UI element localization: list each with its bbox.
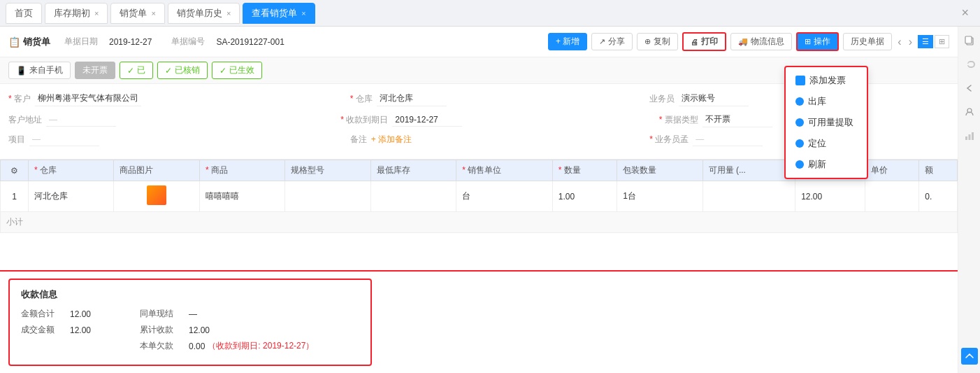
add-invoice-icon	[795, 76, 805, 85]
dropdown-available-qty[interactable]: 可用量提取	[786, 112, 867, 133]
staff-label: 业务员	[649, 93, 675, 105]
effective-button[interactable]: ✓ 已生效	[212, 62, 262, 79]
payment-row-owed: 占位 0 本单欠款 0.00 （收款到期日: 2019-12-27）	[21, 340, 359, 352]
col-pack-qty: 包装数量	[617, 160, 702, 181]
subtotal-row: 小计	[1, 212, 958, 233]
project-field: 项目 —	[8, 133, 308, 146]
cell-stock: 12.00	[795, 181, 865, 212]
cell-warehouse: 河北仓库	[29, 181, 114, 212]
svg-rect-1	[965, 36, 972, 43]
warehouse-value: 河北仓库	[377, 91, 447, 106]
payment-date-value: 2019-12-27	[392, 113, 462, 127]
dropdown-out-warehouse[interactable]: 出库	[786, 91, 867, 112]
phone-icon: 📱	[16, 66, 27, 76]
from-phone-button[interactable]: 📱 来自手机	[8, 62, 71, 79]
tab-sales-history-close[interactable]: ×	[226, 9, 231, 17]
svg-rect-4	[968, 134, 970, 140]
new-button[interactable]: + 新增	[548, 33, 587, 50]
tab-home[interactable]: 首页	[6, 3, 42, 24]
sidebar-icon-expand[interactable]	[961, 348, 978, 365]
number-value: SA-20191227-001	[216, 37, 284, 47]
sidebar-icon-copy[interactable]	[961, 32, 978, 49]
locate-icon	[795, 139, 804, 148]
table-row[interactable]: 1 河北仓库 嘻嘻嘻嘻 台 1.00 1台 12.00	[1, 181, 958, 212]
tab-view-sales-close[interactable]: ×	[301, 9, 305, 17]
transaction-label: 成交金额	[21, 324, 70, 336]
check-mark: ✓	[127, 66, 134, 76]
total-label: 金额合计	[21, 308, 70, 320]
history-button[interactable]: 历史单据	[843, 33, 892, 50]
cell-quantity: 1.00	[552, 181, 617, 212]
copy-button[interactable]: ⊕ 复制	[637, 33, 678, 50]
tab-sales-history[interactable]: 销货单历史 ×	[168, 3, 240, 24]
col-quantity: * 数量	[552, 160, 617, 181]
operation-button[interactable]: ⊞ 操作	[796, 32, 839, 51]
not-open-button[interactable]: 未开票	[75, 62, 115, 79]
col-product-image: 商品图片	[114, 160, 199, 181]
tab-inventory-init[interactable]: 库存期初 ×	[45, 3, 108, 24]
sidebar-icon-chart[interactable]	[961, 127, 978, 144]
col-available: 可用量 (...	[702, 160, 795, 181]
dropdown-add-invoice[interactable]: 添加发票	[786, 70, 867, 91]
sales-order-icon: 📋	[8, 36, 20, 48]
same-order-value: —	[189, 309, 197, 319]
tab-inventory-init-close[interactable]: ×	[94, 9, 99, 17]
cell-amount: 0.	[919, 181, 958, 212]
cancel-button[interactable]: ✓ 已核销	[157, 62, 208, 79]
payment-date-label: * 收款到期日	[340, 114, 388, 126]
dropdown-locate[interactable]: 定位	[786, 133, 867, 154]
check-icon-button[interactable]: ✓ 已	[120, 62, 153, 79]
payment-info-panel: 收款信息 金额合计 12.00 同单现结 — 成交金额 12.00 累计收款 1…	[8, 279, 372, 366]
effective-icon: ✓	[219, 66, 226, 76]
tab-sales-order[interactable]: 销货单 ×	[110, 3, 164, 24]
address-value: —	[46, 113, 116, 127]
document-title: 📋 销货单	[8, 36, 50, 48]
cell-min-stock	[370, 181, 456, 212]
cell-row-num: 1	[1, 181, 29, 212]
tab-bar: 首页 库存期初 × 销货单 × 销货单历史 × 查看销货单 × ×	[0, 0, 980, 27]
owed-note: （收款到期日: 2019-12-27）	[208, 340, 314, 352]
svg-rect-3	[965, 136, 967, 140]
tab-view-sales[interactable]: 查看销货单 ×	[243, 3, 315, 24]
staff2-value: —	[693, 133, 763, 146]
warehouse-field: * 仓库 河北仓库	[350, 91, 650, 106]
logistics-icon: 🚚	[738, 37, 748, 46]
share-button[interactable]: ↗ 分享	[591, 33, 633, 50]
staff-value: 演示账号	[679, 91, 749, 106]
refresh-icon	[795, 160, 804, 169]
right-sidebar	[958, 27, 980, 373]
payment-row-total: 金额合计 12.00 同单现结 —	[21, 308, 359, 320]
product-thumbnail	[147, 185, 166, 205]
date-value: 2019-12-27	[109, 37, 152, 47]
col-warehouse: * 仓库	[29, 160, 114, 181]
col-settings[interactable]: ⚙	[1, 160, 29, 181]
add-note-button[interactable]: 添加备注	[371, 134, 412, 146]
col-amount: 额	[919, 160, 958, 181]
cell-sales-unit: 台	[456, 181, 553, 212]
view-list-button[interactable]: ☰	[918, 35, 933, 48]
address-field: 客户地址 —	[8, 113, 298, 127]
document-meta: 单据日期 2019-12-27 单据编号 SA-20191227-001	[64, 36, 548, 48]
sidebar-icon-link[interactable]	[961, 56, 978, 73]
logistics-button[interactable]: 🚚 物流信息	[730, 33, 792, 50]
cumulative-label: 累计收款	[140, 324, 189, 336]
close-all-tabs[interactable]: ×	[956, 6, 974, 20]
note-label: 备注	[350, 134, 367, 146]
print-button[interactable]: 🖨 打印	[682, 32, 726, 51]
sidebar-icon-user[interactable]	[961, 104, 978, 120]
owed-value: 0.00	[189, 342, 205, 351]
same-order-label: 同单现结	[140, 308, 189, 320]
view-grid-button[interactable]: ⊞	[935, 35, 949, 48]
cumulative-value: 12.00	[189, 325, 210, 335]
cell-product-image	[114, 181, 199, 212]
cell-available	[702, 181, 795, 212]
document-header: 📋 销货单 单据日期 2019-12-27 单据编号 SA-20191227-0…	[0, 27, 958, 57]
nav-prev-button[interactable]: ‹	[896, 36, 902, 48]
tab-sales-order-close[interactable]: ×	[151, 9, 155, 17]
document-actions: + 新增 ↗ 分享 ⊕ 复制 🖨 打印 🚚 物流信息	[548, 32, 949, 51]
nav-next-button[interactable]: ›	[907, 36, 914, 48]
dropdown-refresh[interactable]: 刷新	[786, 154, 867, 175]
customer-value: 柳州粤港平安气体有限公司	[35, 91, 141, 106]
sidebar-icon-back[interactable]	[961, 80, 978, 97]
payment-info-title: 收款信息	[21, 288, 359, 301]
